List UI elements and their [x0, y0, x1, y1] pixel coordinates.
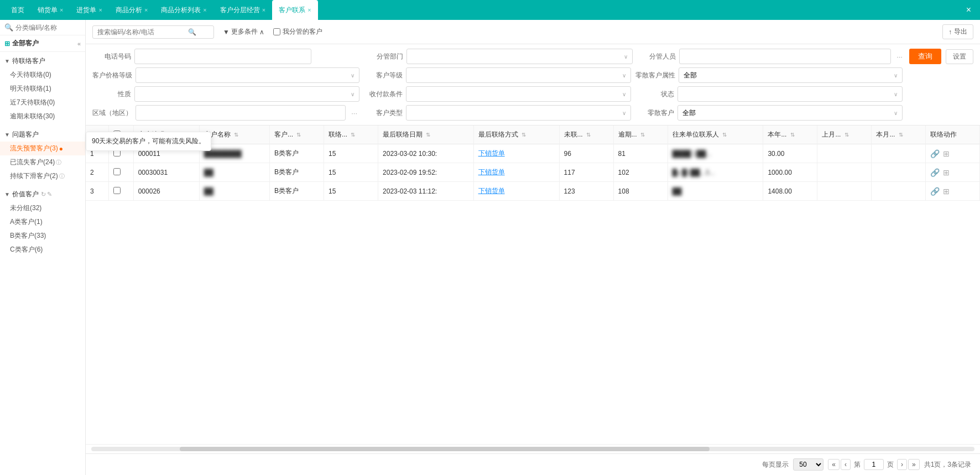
filter-type-select[interactable]: ∨ [406, 105, 631, 121]
row1-grid-icon[interactable]: ⊞ [943, 149, 950, 158]
row3-uncontacted: 123 [559, 182, 613, 201]
sidebar-item-overdue[interactable]: 逾期未联络(30) [0, 109, 85, 123]
settings-btn[interactable]: 设置 [946, 49, 973, 64]
nav-sales-close[interactable]: × [60, 7, 63, 13]
nav-purchase-close[interactable]: × [98, 7, 102, 13]
close-all-btn[interactable]: × [962, 5, 976, 15]
sidebar: 🔍 ⊞ 全部客户 « ▼ 待联络客户 今天待联络(0) 明天待联络(1) 近7天… [0, 20, 86, 475]
nav-purchase[interactable]: 进货单 × [70, 0, 108, 20]
sidebar-item-tomorrow[interactable]: 明天待联络(1) [0, 82, 85, 96]
scrollbar-thumb[interactable] [180, 447, 710, 451]
horizontal-scrollbar[interactable] [91, 447, 974, 451]
filter-zerocustomer-select[interactable]: 全部 ∨ [677, 105, 903, 121]
filter-nature-select[interactable]: ∨ [134, 86, 359, 102]
page-number-input[interactable] [864, 459, 884, 470]
export-btn[interactable]: ↑ 导出 [942, 24, 973, 39]
col-customer-type[interactable]: 客户... ⇅ [270, 126, 324, 144]
next-page-btn[interactable]: › [897, 459, 907, 470]
query-btn[interactable]: 查询 [909, 49, 941, 64]
filter-payment-field: 收付款条件 ∨ [364, 86, 631, 102]
row3-last-type[interactable]: 下销货单 [473, 182, 559, 201]
col-last-month[interactable]: 上月... ⇅ [817, 126, 872, 144]
per-page-select[interactable]: 50 100 [793, 458, 823, 471]
col-last-date[interactable]: 最后联络日期 ⇅ [378, 126, 474, 144]
col-uncontacted[interactable]: 未联... ⇅ [559, 126, 613, 144]
toolbar-search-icon[interactable]: 🔍 [188, 28, 196, 36]
filter-zeroattr-select[interactable]: 全部 ∨ [679, 67, 903, 83]
filter-region-select[interactable] [135, 105, 346, 121]
col-last-type[interactable]: 最后联络方式 ⇅ [473, 126, 559, 144]
sidebar-item-churn-warning[interactable]: 流失预警客户(3) ● [0, 142, 85, 155]
nav-customer-tier-close[interactable]: × [262, 7, 265, 13]
filter-dept-select[interactable]: ∨ [406, 49, 632, 64]
row1-last-month [817, 144, 872, 163]
main-layout: 🔍 ⊞ 全部客户 « ▼ 待联络客户 今天待联络(0) 明天待联络(1) 近7天… [0, 20, 980, 475]
last-page-btn[interactable]: » [908, 459, 920, 470]
region-more-btn[interactable]: ··· [349, 108, 359, 118]
value-refresh-icon[interactable]: ↻ [41, 191, 46, 198]
filter-level-select[interactable]: ∨ [406, 67, 631, 83]
value-edit-icon[interactable]: ✎ [47, 191, 52, 198]
nav-analysis-close[interactable]: × [144, 7, 148, 13]
prev-page-btn[interactable]: ‹ [841, 459, 851, 470]
sidebar-item-ungroup[interactable]: 未分组(32) [0, 201, 85, 215]
col-overdue[interactable]: 逾期... ⇅ [613, 126, 668, 144]
filter-person-select[interactable] [679, 49, 891, 64]
row3-link-icon[interactable]: 🔗 [930, 187, 940, 196]
col-this-year[interactable]: 本年... ⇅ [763, 126, 817, 144]
row2-checkbox-cell[interactable] [108, 163, 133, 182]
all-customers-header[interactable]: ⊞ 全部客户 « [0, 35, 85, 52]
zerocustomer-chevron-icon: ∨ [894, 110, 898, 116]
person-more-btn[interactable]: ··· [894, 51, 905, 62]
more-conditions-btn[interactable]: ▼ 更多条件 ∧ [218, 25, 269, 39]
col-contact-person[interactable]: 往来单位联系人 ⇅ [668, 126, 763, 144]
row2-last-type[interactable]: 下销货单 [473, 163, 559, 182]
filter-phone-field: 电话号码 [92, 49, 360, 64]
row3-checkbox-cell[interactable] [108, 182, 133, 201]
first-page-btn[interactable]: « [828, 459, 840, 470]
row2-link-icon[interactable]: 🔗 [930, 168, 940, 177]
toolbar-search-input[interactable] [97, 28, 186, 36]
row1-link-icon[interactable]: 🔗 [930, 149, 940, 158]
nav-analysis[interactable]: 商品分析 × [109, 0, 154, 20]
row3-contact-person: ██ [668, 182, 763, 201]
sidebar-item-class-b[interactable]: B类客户(33) [0, 229, 85, 243]
nav-customer-tier[interactable]: 客户分层经营 × [213, 0, 272, 20]
row3-name: ██ [199, 182, 269, 201]
row2-uncontacted: 117 [559, 163, 613, 182]
row3-checkbox[interactable] [113, 187, 121, 194]
group-problem-header[interactable]: ▼ 问题客户 [0, 128, 85, 142]
nav-sales[interactable]: 销货单 × [31, 0, 70, 20]
filter-status-select[interactable]: ∨ [677, 86, 903, 102]
nav-analysis-list[interactable]: 商品分析列表 × [154, 0, 213, 20]
filter-phone-input[interactable] [134, 49, 311, 64]
sidebar-item-declining[interactable]: 持续下滑客户(2) ⓘ [0, 169, 85, 183]
chevron-down-icon: ∧ [259, 28, 264, 36]
group-value-header[interactable]: ▼ 价值客户 ↻ ✎ [0, 187, 85, 201]
row1-last-type[interactable]: 下销货单 [473, 144, 559, 163]
my-customers-checkbox[interactable] [273, 28, 280, 35]
sidebar-item-class-a[interactable]: A类客户(1) [0, 215, 85, 229]
row2-grid-icon[interactable]: ⊞ [943, 168, 950, 177]
nav-customer-contact-close[interactable]: × [307, 7, 311, 13]
nav-analysis-list-close[interactable]: × [203, 7, 206, 13]
sidebar-item-churned[interactable]: 已流失客户(24) ⓘ [0, 155, 85, 169]
row2-checkbox[interactable] [113, 168, 121, 175]
table-body: 1 000011 ████████ B类客户 15 2023-03-02 10:… [86, 144, 980, 201]
filter-nature-field: 性质 ∨ [92, 86, 359, 102]
col-contact[interactable]: 联络... ⇅ [324, 126, 378, 144]
my-customers-label[interactable]: 我分管的客户 [273, 27, 322, 36]
sidebar-item-today[interactable]: 今天待联络(0) [0, 68, 85, 82]
sidebar-collapse-btn[interactable]: « [77, 40, 81, 47]
nav-home[interactable]: 首页 [4, 0, 31, 20]
row3-grid-icon[interactable]: ⊞ [943, 187, 950, 196]
sidebar-search-input[interactable] [15, 24, 86, 32]
nav-customer-contact[interactable]: 客户联系 × [272, 0, 317, 20]
sidebar-item-7days[interactable]: 近7天待联络(0) [0, 96, 85, 109]
sidebar-item-class-c[interactable]: C类客户(6) [0, 243, 85, 257]
filter-payment-select[interactable]: ∨ [406, 86, 631, 102]
group-pending-header[interactable]: ▼ 待联络客户 [0, 54, 85, 68]
filter-pricelevel-select[interactable]: ∨ [135, 67, 359, 83]
col-this-month[interactable]: 本月... ⇅ [872, 126, 926, 144]
table-row: 2 00030031 ██ B类客户 15 2023-02-09 19:52: … [86, 163, 980, 182]
